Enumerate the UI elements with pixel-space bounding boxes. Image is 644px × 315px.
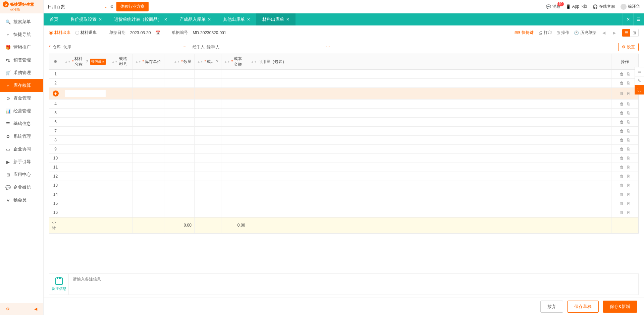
table-row[interactable]: 8🗑⎘ bbox=[49, 136, 638, 145]
tab-3[interactable]: 产成品入库单✕ bbox=[173, 13, 217, 25]
table-row[interactable]: 13🗑⎘ bbox=[49, 181, 638, 190]
history-link[interactable]: 🕘 历史单据 bbox=[574, 30, 596, 36]
sidebar-item-10[interactable]: ▭企业协同 bbox=[0, 143, 43, 155]
table-row[interactable]: 11🗑⎘ bbox=[49, 163, 638, 172]
table-row[interactable]: 2🗑⎘ bbox=[49, 79, 638, 88]
save-draft-button[interactable]: 保存草稿 bbox=[567, 301, 599, 313]
col-avail[interactable]: 可用量（包装） bbox=[258, 59, 286, 65]
more-icon[interactable]: ⋯ bbox=[326, 45, 330, 49]
sidebar-item-4[interactable]: 🛒采购管理 bbox=[0, 66, 43, 79]
delete-icon[interactable]: 🗑 bbox=[620, 129, 624, 133]
table-row[interactable]: 7🗑⎘ bbox=[49, 127, 638, 136]
table-row[interactable]: 6🗑⎘ bbox=[49, 118, 638, 127]
handler-input[interactable] bbox=[207, 45, 333, 50]
collapse-icon[interactable]: ◀ bbox=[34, 307, 37, 311]
chevron-down-icon[interactable]: ⌄ bbox=[104, 4, 107, 9]
delete-icon[interactable]: 🗑 bbox=[620, 183, 624, 188]
next-doc[interactable]: ▶ bbox=[611, 30, 617, 35]
delete-icon[interactable]: 🗑 bbox=[620, 72, 624, 76]
table-row[interactable]: 15🗑⎘ bbox=[49, 199, 638, 208]
copy-icon[interactable]: ⎘ bbox=[627, 147, 630, 151]
delete-icon[interactable]: 🗑 bbox=[620, 210, 624, 215]
material-input[interactable] bbox=[65, 90, 106, 97]
col-cost[interactable]: 成… bbox=[207, 59, 215, 65]
table-row[interactable]: 1🗑⎘ bbox=[49, 70, 638, 79]
delete-icon[interactable]: 🗑 bbox=[620, 91, 624, 96]
table-row[interactable]: +🗑⎘ bbox=[49, 88, 638, 100]
sidebar-item-13[interactable]: 💬企业微信 bbox=[0, 181, 43, 194]
operate-link[interactable]: ⊞ 操作 bbox=[556, 30, 569, 36]
calendar-icon[interactable]: 📅 bbox=[155, 30, 160, 35]
tab-1[interactable]: 售价提取设置✕ bbox=[64, 13, 108, 25]
table-row[interactable]: 14🗑⎘ bbox=[49, 190, 638, 199]
gear-icon[interactable]: ⚙ bbox=[6, 307, 10, 311]
copy-icon[interactable]: ⎘ bbox=[627, 129, 630, 133]
save-new-button[interactable]: 保存&新增 bbox=[603, 301, 637, 313]
sidebar-item-7[interactable]: 📊经营管理 bbox=[0, 105, 43, 117]
col-unit[interactable]: 库存单位 bbox=[145, 59, 161, 65]
col-amount[interactable]: 成本金额 bbox=[234, 56, 246, 67]
sidebar-item-9[interactable]: ⚙系统管理 bbox=[0, 130, 43, 143]
tab-close-all[interactable]: ✕ bbox=[623, 13, 633, 25]
copy-icon[interactable]: ⎘ bbox=[627, 156, 630, 161]
sidebar-item-14[interactable]: V畅会员 bbox=[0, 194, 43, 206]
user-menu[interactable]: 徐泽华 bbox=[621, 4, 640, 10]
col-qty[interactable]: 数量 bbox=[183, 59, 192, 65]
close-icon[interactable]: ✕ bbox=[208, 17, 211, 22]
copy-icon[interactable]: ⎘ bbox=[627, 201, 630, 206]
prev-doc[interactable]: ◀ bbox=[601, 30, 607, 35]
delete-icon[interactable]: 🗑 bbox=[620, 156, 624, 161]
copy-icon[interactable]: ⎘ bbox=[627, 138, 630, 142]
col-spec[interactable]: 规格型号 bbox=[119, 56, 129, 67]
gear-icon[interactable]: ⚙ bbox=[54, 59, 57, 64]
float-layout-icon[interactable]: ▭ bbox=[635, 67, 644, 76]
delete-icon[interactable]: 🗑 bbox=[620, 201, 624, 206]
copy-icon[interactable]: ⎘ bbox=[627, 72, 630, 76]
table-row[interactable]: 4🗑⎘ bbox=[49, 100, 638, 109]
sidebar-item-6[interactable]: ⊙资金管理 bbox=[0, 92, 43, 105]
copy-icon[interactable]: ⎘ bbox=[627, 81, 630, 85]
shortcut-link[interactable]: ⌨ 快捷键 bbox=[515, 30, 534, 36]
copy-icon[interactable]: ⎘ bbox=[627, 165, 630, 170]
messages-link[interactable]: 💬 消息 70 bbox=[546, 4, 560, 9]
sidebar-item-12[interactable]: ⊞应用中心 bbox=[0, 168, 43, 181]
help-icon[interactable]: ? bbox=[86, 59, 88, 64]
tab-0[interactable]: 首页 bbox=[44, 13, 64, 25]
sidebar-item-11[interactable]: ▶新手引导 bbox=[0, 155, 43, 168]
radio-out[interactable]: 材料出库 bbox=[49, 30, 70, 36]
tab-4[interactable]: 其他出库单✕ bbox=[217, 13, 256, 25]
date-value[interactable]: 2023-03-20 bbox=[130, 30, 151, 35]
warehouse-input[interactable] bbox=[63, 45, 190, 50]
delete-icon[interactable]: 🗑 bbox=[620, 102, 624, 106]
copy-icon[interactable]: ⎘ bbox=[627, 120, 630, 124]
help-icon[interactable]: ? bbox=[216, 59, 218, 64]
col-material[interactable]: 材料名称 bbox=[74, 56, 85, 67]
tab-menu[interactable]: ☰ bbox=[633, 13, 644, 25]
delete-icon[interactable]: 🗑 bbox=[620, 165, 624, 170]
scan-badge[interactable]: 扫码录入 bbox=[90, 59, 106, 65]
copy-icon[interactable]: ⎘ bbox=[627, 183, 630, 188]
tab-5[interactable]: 材料出库单✕ bbox=[256, 13, 296, 25]
gear-icon[interactable]: ⚙ bbox=[110, 4, 114, 9]
sidebar-item-2[interactable]: 🎁营销推广 bbox=[0, 41, 43, 54]
float-edit-icon[interactable]: ✎ bbox=[635, 76, 644, 85]
delete-icon[interactable]: 🗑 bbox=[620, 81, 624, 85]
delete-icon[interactable]: 🗑 bbox=[620, 174, 624, 179]
table-row[interactable]: 9🗑⎘ bbox=[49, 145, 638, 154]
copy-icon[interactable]: ⎘ bbox=[627, 111, 630, 115]
category-dropdown[interactable] bbox=[48, 4, 101, 9]
table-row[interactable]: 16🗑⎘ bbox=[49, 208, 638, 217]
delete-icon[interactable]: 🗑 bbox=[620, 111, 624, 115]
support-link[interactable]: 🎧 在线客服 bbox=[593, 4, 615, 9]
settings-button[interactable]: ⚙ 设置 bbox=[618, 43, 639, 51]
sidebar-item-1[interactable]: ⌂快捷导航 bbox=[0, 28, 43, 41]
table-row[interactable]: 10🗑⎘ bbox=[49, 154, 638, 163]
tab-2[interactable]: 进货单统计表（按商品）✕ bbox=[108, 13, 173, 25]
close-icon[interactable]: ✕ bbox=[286, 17, 289, 22]
sidebar-item-5[interactable]: ⌂库存核算 bbox=[0, 79, 43, 92]
sidebar-item-3[interactable]: 🛍销售管理 bbox=[0, 54, 43, 66]
add-row-icon[interactable]: + bbox=[53, 90, 59, 97]
abandon-button[interactable]: 放弃 bbox=[540, 301, 563, 313]
table-row[interactable]: 12🗑⎘ bbox=[49, 172, 638, 181]
copy-icon[interactable]: ⎘ bbox=[627, 91, 630, 96]
